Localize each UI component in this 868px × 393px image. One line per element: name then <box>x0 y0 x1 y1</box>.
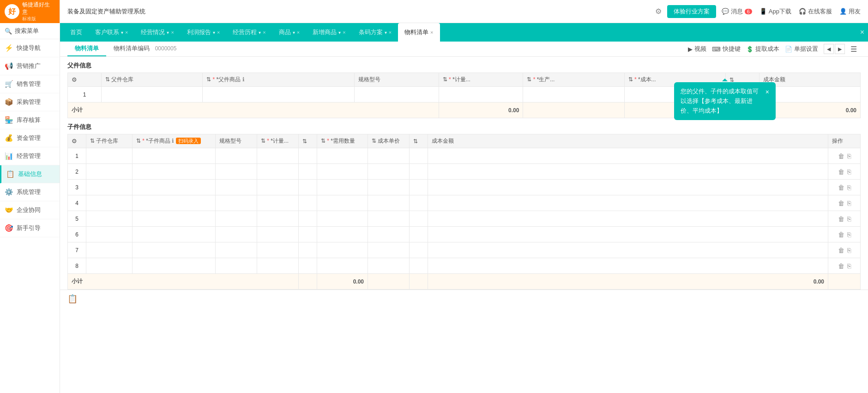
cost-btn[interactable]: 💲 提取成本 <box>746 45 779 53</box>
child-qty-unit-cell[interactable] <box>257 227 299 242</box>
child-spec-cell[interactable] <box>216 227 257 242</box>
child-unit-cost-cell[interactable] <box>368 180 410 195</box>
tab-home[interactable]: 首页 <box>64 23 89 42</box>
child-spec-cell[interactable] <box>216 148 257 164</box>
tab-close-icon[interactable]: × <box>171 30 174 35</box>
child-qty-unit-cell[interactable] <box>257 180 299 195</box>
sub-tab-bom-list[interactable]: 物料清单 <box>67 42 106 56</box>
sidebar-item-guide[interactable]: 🎯 新手引导 <box>0 219 60 237</box>
video-btn[interactable]: ▶ 视频 <box>688 45 706 53</box>
child-product-cell[interactable] <box>133 148 216 164</box>
delete-icon[interactable]: 🗑 <box>838 215 844 223</box>
child-warehouse-cell[interactable] <box>86 211 133 227</box>
sidebar-item-basic-info[interactable]: 📋 基础信息 <box>0 165 60 183</box>
child-warehouse-cell[interactable] <box>86 180 133 195</box>
child-need-qty-cell[interactable] <box>317 195 368 211</box>
child-spec-cell[interactable] <box>216 164 257 180</box>
child-warehouse-cell[interactable] <box>86 227 133 242</box>
search-menu[interactable]: 🔍 搜索菜单 <box>0 23 60 39</box>
delete-icon[interactable]: 🗑 <box>838 168 844 175</box>
scan-input-badge[interactable]: 扫码录入 <box>176 138 201 144</box>
delete-icon[interactable]: 🗑 <box>838 262 844 270</box>
child-product-cell[interactable] <box>133 258 216 274</box>
delete-icon[interactable]: 🗑 <box>838 200 844 207</box>
experience-btn[interactable]: 体验行业方案 <box>667 5 716 18</box>
tab-history[interactable]: 经营历程 ▾ × <box>226 23 272 42</box>
parent-produce-cell[interactable] <box>523 87 624 103</box>
child-unit-cost-cell[interactable] <box>368 195 410 211</box>
sidebar-item-finance[interactable]: 💰 资金管理 <box>0 129 60 147</box>
online-service-item[interactable]: 🎧 在线客服 <box>799 7 832 16</box>
copy-icon[interactable]: ⎘ <box>847 152 851 160</box>
message-item[interactable]: 💬 消息 6 <box>722 7 752 16</box>
tab-barcode[interactable]: 条码方案 ▾ × <box>352 23 398 42</box>
copy-icon[interactable]: ⎘ <box>847 247 851 254</box>
child-qty-unit-cell[interactable] <box>257 195 299 211</box>
sidebar-item-operations[interactable]: 📊 经营管理 <box>0 147 60 165</box>
sidebar-item-sales[interactable]: 🛒 销售管理 <box>0 75 60 93</box>
tab-close-icon[interactable]: × <box>125 30 128 35</box>
tab-close-icon[interactable]: × <box>430 30 433 35</box>
child-product-cell[interactable] <box>133 180 216 195</box>
child-spec-cell[interactable] <box>216 211 257 227</box>
child-need-qty-cell[interactable] <box>317 180 368 195</box>
tab-bom[interactable]: 物料清单 × <box>398 23 440 42</box>
pager-prev-btn[interactable]: ◀ <box>824 44 834 54</box>
sidebar-item-quick-nav[interactable]: ⚡ 快捷导航 <box>0 39 60 57</box>
child-qty-unit-cell[interactable] <box>257 148 299 164</box>
child-warehouse-cell[interactable] <box>86 258 133 274</box>
list-view-icon[interactable]: ☰ <box>850 45 857 54</box>
child-unit-cost-cell[interactable] <box>368 211 410 227</box>
parent-qty-cell[interactable] <box>439 87 523 103</box>
tab-close-icon[interactable]: × <box>297 30 300 35</box>
pager-next-btn[interactable]: ▶ <box>835 44 845 54</box>
tab-customer[interactable]: 客户联系 ▾ × <box>89 23 134 42</box>
child-product-cell[interactable] <box>133 211 216 227</box>
child-unit-cost-cell[interactable] <box>368 258 410 274</box>
child-need-qty-cell[interactable] <box>317 227 368 242</box>
child-unit-cost-cell[interactable] <box>368 164 410 180</box>
child-warehouse-cell[interactable] <box>86 164 133 180</box>
child-product-cell[interactable] <box>133 227 216 242</box>
child-qty-unit-cell[interactable] <box>257 211 299 227</box>
app-download-item[interactable]: 📱 App下载 <box>760 7 791 16</box>
copy-icon[interactable]: ⎘ <box>847 231 851 238</box>
child-qty-unit-cell[interactable] <box>257 242 299 258</box>
tooltip-close-btn[interactable]: × <box>766 87 769 97</box>
child-spec-cell[interactable] <box>216 242 257 258</box>
child-unit-cost-cell[interactable] <box>368 242 410 258</box>
copy-icon[interactable]: ⎘ <box>847 215 851 223</box>
tab-close-icon[interactable]: × <box>389 30 392 35</box>
child-product-cell[interactable] <box>133 195 216 211</box>
tab-new-product[interactable]: 新增商品 ▾ × <box>306 23 352 42</box>
copy-icon[interactable]: ⎘ <box>847 184 851 191</box>
child-need-qty-cell[interactable] <box>317 148 368 164</box>
child-unit-cost-cell[interactable] <box>368 227 410 242</box>
tab-close-icon[interactable]: × <box>263 30 265 35</box>
parent-warehouse-cell[interactable] <box>102 87 203 103</box>
tab-product[interactable]: 商品 ▾ × <box>272 23 306 42</box>
child-warehouse-cell[interactable] <box>86 148 133 164</box>
sub-tab-bom-code[interactable]: 物料清单编码 0000005 <box>106 42 184 56</box>
delete-icon[interactable]: 🗑 <box>838 152 844 160</box>
child-unit-cost-cell[interactable] <box>368 148 410 164</box>
close-all-tabs-icon[interactable]: × <box>860 28 864 36</box>
shortcut-btn[interactable]: ⌨ 快捷键 <box>712 45 741 53</box>
parent-col-gear[interactable]: ⚙ <box>68 73 102 87</box>
parent-spec-cell[interactable] <box>355 87 439 103</box>
single-setting-btn[interactable]: 📄 单据设置 <box>785 45 818 53</box>
child-spec-cell[interactable] <box>216 195 257 211</box>
sidebar-item-marketing[interactable]: 📢 营销推广 <box>0 57 60 75</box>
parent-product-cell[interactable] <box>203 87 355 103</box>
copy-icon[interactable]: ⎘ <box>847 200 851 207</box>
sidebar-item-system[interactable]: ⚙️ 系统管理 <box>0 183 60 201</box>
child-need-qty-cell[interactable] <box>317 258 368 274</box>
child-product-cell[interactable] <box>133 164 216 180</box>
child-qty-unit-cell[interactable] <box>257 258 299 274</box>
child-product-cell[interactable] <box>133 242 216 258</box>
child-warehouse-cell[interactable] <box>86 195 133 211</box>
child-col-gear[interactable]: ⚙ <box>68 134 86 148</box>
tab-close-icon[interactable]: × <box>343 30 345 35</box>
sidebar-item-purchase[interactable]: 📦 采购管理 <box>0 93 60 111</box>
child-qty-unit-cell[interactable] <box>257 164 299 180</box>
